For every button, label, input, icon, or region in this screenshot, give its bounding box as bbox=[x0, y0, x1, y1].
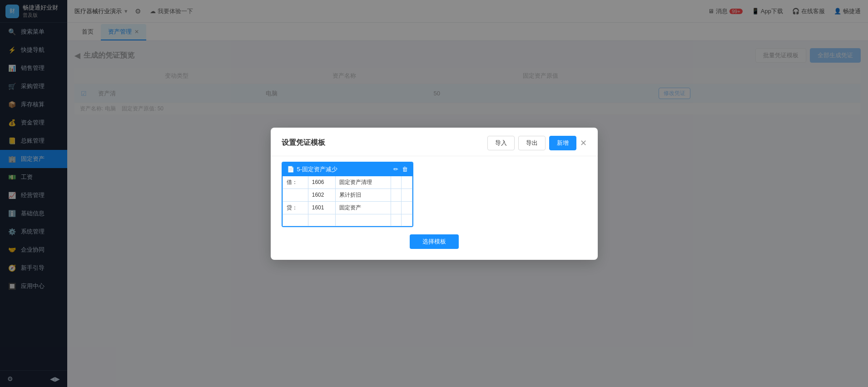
modal-body: 📄 5-固定资产减少 ✏ 🗑 借： 1606 固定资产清理 bbox=[271, 156, 598, 260]
entry-amount-1 bbox=[391, 176, 401, 189]
template-edit-icon[interactable]: ✏ bbox=[393, 166, 398, 173]
entry-direction-2 bbox=[283, 189, 308, 201]
template-debit-row-2: 1602 累计折旧 bbox=[283, 189, 412, 201]
empty-cell-4 bbox=[391, 214, 401, 226]
entry-extra-1 bbox=[402, 176, 412, 189]
entry-code-1: 1606 bbox=[308, 176, 335, 189]
template-entries-table: 借： 1606 固定资产清理 1602 累计折旧 bbox=[283, 176, 412, 226]
empty-cell-2 bbox=[308, 214, 335, 226]
template-empty-row bbox=[283, 214, 412, 226]
template-debit-row-1: 借： 1606 固定资产清理 bbox=[283, 176, 412, 189]
empty-cell-5 bbox=[402, 214, 412, 226]
import-btn[interactable]: 导入 bbox=[487, 136, 515, 150]
entry-name-2: 累计折旧 bbox=[335, 189, 391, 201]
entry-code-3: 1601 bbox=[308, 201, 335, 214]
modal-header: 设置凭证模板 导入 导出 新增 ✕ bbox=[271, 128, 598, 156]
template-card-header: 📄 5-固定资产减少 ✏ 🗑 bbox=[283, 163, 412, 176]
empty-cell-1 bbox=[283, 214, 308, 226]
template-card: 📄 5-固定资产减少 ✏ 🗑 借： 1606 固定资产清理 bbox=[282, 162, 413, 227]
entry-direction-3: 贷： bbox=[283, 201, 308, 214]
entry-amount-2 bbox=[391, 189, 401, 201]
voucher-template-modal: 设置凭证模板 导入 导出 新增 ✕ 📄 5-固定资产减少 ✏ 🗑 bbox=[271, 128, 598, 260]
new-template-btn[interactable]: 新增 bbox=[549, 136, 576, 150]
entry-code-2: 1602 bbox=[308, 189, 335, 201]
entry-amount-3 bbox=[391, 201, 401, 214]
template-delete-icon[interactable]: 🗑 bbox=[402, 166, 408, 173]
export-btn[interactable]: 导出 bbox=[518, 136, 546, 150]
select-template-btn[interactable]: 选择模板 bbox=[410, 234, 459, 249]
template-doc-icon: 📄 bbox=[287, 166, 294, 173]
template-card-title: 📄 5-固定资产减少 bbox=[287, 165, 338, 174]
modal-title: 设置凭证模板 bbox=[282, 138, 325, 148]
entry-direction-1: 借： bbox=[283, 176, 308, 189]
entry-extra-2 bbox=[402, 189, 412, 201]
entry-name-1: 固定资产清理 bbox=[335, 176, 391, 189]
entry-name-3: 固定资产 bbox=[335, 201, 391, 214]
empty-cell-3 bbox=[335, 214, 391, 226]
modal-close-btn[interactable]: ✕ bbox=[580, 138, 587, 148]
template-credit-row-1: 贷： 1601 固定资产 bbox=[283, 201, 412, 214]
modal-overlay: 设置凭证模板 导入 导出 新增 ✕ 📄 5-固定资产减少 ✏ 🗑 bbox=[0, 0, 868, 387]
entry-extra-3 bbox=[402, 201, 412, 214]
template-card-actions: ✏ 🗑 bbox=[393, 166, 408, 173]
